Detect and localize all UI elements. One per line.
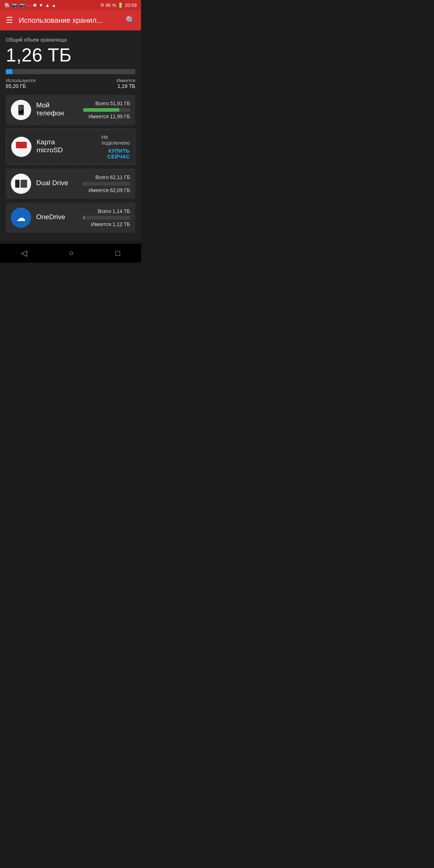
roaming-indicator: R <box>101 3 104 8</box>
used-value: 65,20 ГБ <box>6 83 36 89</box>
search-button[interactable]: 🔍 <box>125 16 135 25</box>
cloud-icon: ☁ <box>16 212 26 224</box>
signal2-icon: ▲ <box>52 3 56 8</box>
back-button[interactable]: ◁ <box>21 248 27 258</box>
used-label: Используется <box>6 78 36 83</box>
phone-progress-bar <box>83 108 130 112</box>
drive-card-onedrive[interactable]: ☁ OneDrive Всего 1,14 ТБ Имеется 1,12 ТБ <box>6 203 135 233</box>
instagram-icon: 📷 <box>12 3 18 8</box>
menu-button[interactable]: ☰ <box>6 16 13 24</box>
recent-button[interactable]: □ <box>115 248 120 258</box>
used-stat: Используется 65,20 ГБ <box>6 78 36 89</box>
drive-card-dual[interactable]: Dual Drive Всего 62,11 ГБ Имеется 62,09 … <box>6 169 135 199</box>
available-stat: Имеется 1,19 ТБ <box>116 78 135 89</box>
onedrive-available: Имеется 1,12 ТБ <box>91 221 130 227</box>
social-icon: 📷 <box>20 3 25 8</box>
status-right: R 96 % 🔋 20:59 <box>101 3 137 8</box>
wifi-icon: ▼ <box>39 3 43 8</box>
onedrive-progress-bar <box>83 216 130 220</box>
sd-name: Карта microSD <box>37 138 74 154</box>
available-value: 1,19 ТБ <box>116 83 135 89</box>
onedrive-icon-circle: ☁ <box>11 208 31 228</box>
signal-icon: ▲ <box>45 3 50 8</box>
time-display: 20:59 <box>125 3 137 8</box>
drive-card-microsd[interactable]: Карта microSD Неподключено КУПИТЬСЕЙЧАС <box>6 129 135 165</box>
sd-info: Карта microSD <box>37 138 74 156</box>
dual-total: Всего 62,11 ГБ <box>95 174 130 180</box>
status-bar: 🐘 📷 📷 ··· ✱ ▼ ▲ ▲ R 96 % 🔋 20:59 <box>0 0 141 10</box>
evernote-icon: 🐘 <box>4 3 10 8</box>
page-title: Использование хранил... <box>19 16 125 25</box>
dual-info: Dual Drive <box>36 179 75 188</box>
status-left: 🐘 📷 📷 ··· ✱ ▼ ▲ ▲ <box>4 3 56 8</box>
storage-progress-fill <box>6 69 12 74</box>
phone-icon-circle: 📱 <box>11 100 31 120</box>
app-bar: ☰ Использование хранил... 🔍 <box>0 10 141 30</box>
phone-available: Имеется 11,99 ГБ <box>89 114 130 119</box>
battery-icon: 🔋 <box>118 3 123 8</box>
dual-stats: Всего 62,11 ГБ Имеется 62,09 ГБ <box>80 174 130 193</box>
drive-card-my-phone[interactable]: 📱 Мойтелефон Всего 51,91 ГБ Имеется 11,9… <box>6 95 135 125</box>
bottom-nav-bar: ◁ ○ □ <box>0 244 141 263</box>
buy-now-button[interactable]: КУПИТЬСЕЙЧАС <box>107 148 130 159</box>
battery-percent: 96 % <box>106 3 116 8</box>
dual-icon-circle <box>11 174 31 194</box>
phone-stats: Всего 51,91 ГБ Имеется 11,99 ГБ <box>80 101 130 119</box>
storage-total-value: 1,26 ТБ <box>6 45 135 65</box>
dual-available: Имеется 62,09 ГБ <box>89 187 130 193</box>
sd-disconnected-status: Неподключено <box>102 134 130 146</box>
main-content: Общий объем хранилища 1,26 ТБ Использует… <box>0 30 141 241</box>
dual-name: Dual Drive <box>36 179 75 187</box>
sd-stats: Неподключено КУПИТЬСЕЙЧАС <box>79 134 130 159</box>
onedrive-name: OneDrive <box>36 213 75 221</box>
storage-stats: Используется 65,20 ГБ Имеется 1,19 ТБ <box>6 78 135 89</box>
dual-drive-icon <box>15 180 27 188</box>
onedrive-info: OneDrive <box>36 213 75 222</box>
storage-total-label: Общий объем хранилища <box>6 37 135 43</box>
home-button[interactable]: ○ <box>69 248 73 258</box>
onedrive-stats: Всего 1,14 ТБ Имеется 1,12 ТБ <box>80 208 130 227</box>
phone-progress-fill <box>83 108 119 112</box>
phone-total: Всего 51,91 ГБ <box>95 101 130 106</box>
onedrive-total: Всего 1,14 ТБ <box>98 208 130 214</box>
more-icon: ··· <box>27 3 31 8</box>
onedrive-progress-fill <box>83 216 84 220</box>
dual-progress-fill <box>83 182 84 186</box>
storage-progress-bar <box>6 69 135 74</box>
sd-icon-circle <box>11 137 31 157</box>
phone-name: Мойтелефон <box>36 101 75 117</box>
phone-icon: 📱 <box>15 105 27 116</box>
available-label: Имеется <box>116 78 135 83</box>
dual-progress-bar <box>83 182 130 186</box>
bluetooth-icon: ✱ <box>33 3 37 8</box>
phone-info: Мойтелефон <box>36 101 75 119</box>
sd-icon <box>16 142 27 152</box>
